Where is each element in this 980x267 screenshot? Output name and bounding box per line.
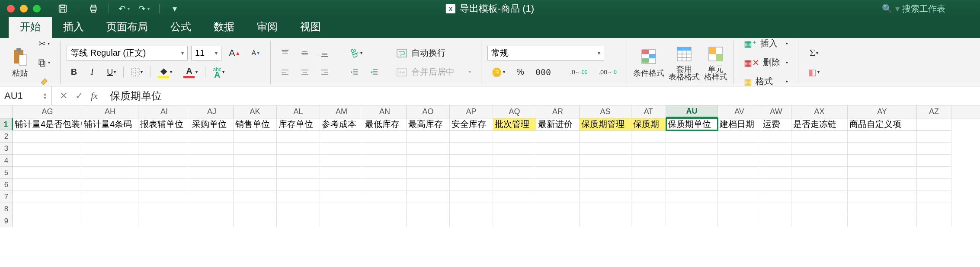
cell[interactable]: [791, 143, 848, 155]
cancel-formula-button[interactable]: ✕: [60, 90, 67, 102]
fx-icon[interactable]: fx: [91, 90, 98, 102]
column-header[interactable]: AS: [580, 105, 631, 118]
cell[interactable]: [13, 130, 82, 143]
cell[interactable]: [791, 191, 848, 203]
cell[interactable]: [666, 179, 718, 191]
column-header[interactable]: AJ: [190, 105, 234, 118]
cell[interactable]: [848, 143, 917, 155]
font-color-button[interactable]: A▾: [179, 65, 202, 79]
format-cells-button[interactable]: ▦格式▾: [740, 74, 792, 89]
cell[interactable]: 批次管理: [493, 118, 536, 130]
column-header[interactable]: AW: [761, 105, 791, 118]
row-header[interactable]: 3: [0, 143, 13, 155]
cell[interactable]: [536, 179, 580, 191]
cell[interactable]: [718, 203, 761, 215]
cell[interactable]: [917, 155, 951, 167]
cell[interactable]: [82, 130, 138, 143]
cell[interactable]: [761, 191, 791, 203]
cell[interactable]: [631, 155, 666, 167]
cell[interactable]: [320, 191, 363, 203]
cell[interactable]: [580, 143, 631, 155]
cell[interactable]: [138, 203, 190, 215]
cell[interactable]: [580, 155, 631, 167]
cell[interactable]: [407, 203, 450, 215]
cell[interactable]: [320, 167, 363, 179]
comma-button[interactable]: 000: [532, 65, 555, 79]
column-header[interactable]: AM: [320, 105, 363, 118]
cell[interactable]: [450, 191, 493, 203]
decrease-indent-button[interactable]: [346, 65, 362, 79]
row-header[interactable]: 2: [0, 130, 13, 143]
cell-styles-button[interactable]: 单元 格样式: [704, 44, 727, 81]
cell[interactable]: [666, 143, 718, 155]
row-header[interactable]: 1: [0, 118, 13, 130]
cell[interactable]: [536, 203, 580, 215]
cell[interactable]: [718, 130, 761, 143]
cell[interactable]: [917, 118, 951, 130]
cell[interactable]: [82, 155, 138, 167]
format-as-table-button[interactable]: 套用 表格格式: [669, 44, 700, 81]
cell[interactable]: [580, 167, 631, 179]
cell[interactable]: [234, 179, 277, 191]
column-header[interactable]: AL: [277, 105, 320, 118]
cell[interactable]: [666, 155, 718, 167]
clear-button[interactable]: ◧▾: [804, 65, 823, 79]
cell[interactable]: 报表辅单位: [138, 118, 190, 130]
save-icon[interactable]: [58, 4, 67, 13]
align-right-button[interactable]: [317, 65, 333, 79]
cell[interactable]: [234, 215, 277, 227]
cell[interactable]: [320, 215, 363, 227]
cell[interactable]: [82, 143, 138, 155]
cut-button[interactable]: ✂︎▾: [34, 36, 54, 51]
decrease-font-button[interactable]: A▼: [248, 46, 265, 60]
cell[interactable]: [190, 143, 234, 155]
cell[interactable]: [493, 215, 536, 227]
align-left-button[interactable]: [277, 65, 293, 79]
cell[interactable]: [138, 155, 190, 167]
column-header[interactable]: AN: [363, 105, 407, 118]
cell[interactable]: [718, 143, 761, 155]
cell[interactable]: [631, 130, 666, 143]
cell[interactable]: [234, 130, 277, 143]
decrease-decimal-button[interactable]: .00→.0: [595, 65, 620, 79]
row-header[interactable]: 6: [0, 179, 13, 191]
cell[interactable]: [407, 167, 450, 179]
cell[interactable]: [320, 143, 363, 155]
bold-button[interactable]: B: [67, 65, 81, 79]
cell[interactable]: [407, 191, 450, 203]
column-header[interactable]: AK: [234, 105, 277, 118]
cell[interactable]: [13, 191, 82, 203]
cell[interactable]: [277, 179, 320, 191]
tab-review[interactable]: 审阅: [246, 16, 289, 38]
cell[interactable]: 商品自定义项: [848, 118, 917, 130]
underline-button[interactable]: U▾: [103, 65, 120, 79]
select-all-corner[interactable]: [0, 105, 13, 118]
cell[interactable]: [761, 215, 791, 227]
cell[interactable]: [320, 130, 363, 143]
cell[interactable]: [580, 203, 631, 215]
column-header[interactable]: AZ: [917, 105, 951, 118]
column-header[interactable]: AU: [666, 105, 718, 118]
cell[interactable]: [848, 155, 917, 167]
insert-cells-button[interactable]: ▦⁺插入▾: [740, 36, 792, 51]
cell[interactable]: [631, 203, 666, 215]
cell[interactable]: [138, 130, 190, 143]
cell[interactable]: [277, 191, 320, 203]
row-header[interactable]: 9: [0, 215, 13, 227]
cell[interactable]: [234, 203, 277, 215]
cell[interactable]: [407, 130, 450, 143]
cell[interactable]: [277, 143, 320, 155]
cell[interactable]: 采购单位: [190, 118, 234, 130]
cell[interactable]: [580, 215, 631, 227]
cell[interactable]: [190, 215, 234, 227]
cell[interactable]: [761, 167, 791, 179]
phonetic-button[interactable]: abcA▾: [209, 65, 228, 79]
cell[interactable]: [666, 215, 718, 227]
align-middle-button[interactable]: [297, 46, 313, 60]
cell[interactable]: [363, 191, 407, 203]
cell[interactable]: [277, 167, 320, 179]
cell[interactable]: [536, 167, 580, 179]
tab-data[interactable]: 数据: [202, 16, 246, 38]
merge-center-button[interactable]: 合并后居中▾: [393, 65, 475, 79]
cell[interactable]: [718, 155, 761, 167]
